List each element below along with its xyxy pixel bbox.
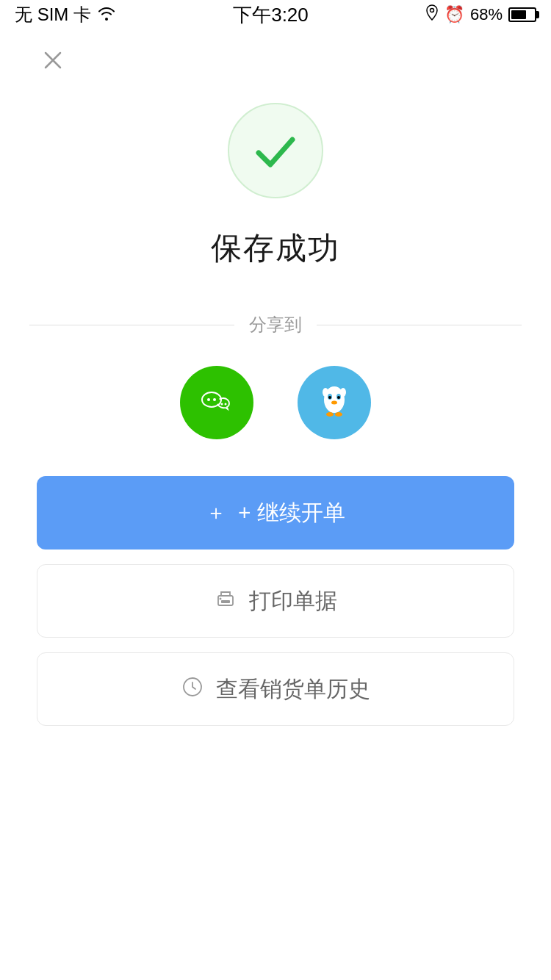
- qq-share-button[interactable]: [298, 366, 371, 439]
- close-button[interactable]: [37, 44, 69, 76]
- svg-point-0: [430, 9, 433, 12]
- location-icon: [425, 4, 439, 25]
- continue-label: + 继续开单: [238, 498, 345, 528]
- success-circle: [228, 103, 323, 198]
- svg-point-20: [220, 597, 222, 599]
- svg-point-5: [213, 398, 216, 401]
- status-right: ⏰ 68%: [425, 4, 536, 25]
- wifi-icon: [97, 4, 116, 25]
- print-label: 打印单据: [249, 586, 337, 616]
- svg-point-4: [207, 398, 210, 401]
- svg-point-15: [340, 388, 346, 397]
- status-left: 无 SIM 卡: [15, 3, 116, 26]
- share-label: 分享到: [249, 313, 302, 336]
- svg-rect-19: [221, 600, 230, 603]
- svg-point-17: [335, 412, 342, 417]
- battery-percentage: 68%: [470, 5, 503, 24]
- alarm-icon: ⏰: [444, 5, 464, 24]
- share-divider: 分享到: [29, 313, 522, 336]
- status-time: 下午3:20: [233, 2, 309, 28]
- svg-point-11: [328, 396, 331, 399]
- print-button[interactable]: 打印单据: [37, 564, 514, 638]
- success-title: 保存成功: [211, 228, 340, 269]
- actions-section: ＋ + 继续开单 打印单据 查看销货单历: [0, 476, 551, 726]
- svg-point-14: [323, 388, 328, 397]
- main-content: 保存成功 分享到: [0, 29, 551, 726]
- svg-point-6: [221, 403, 223, 406]
- wechat-share-button[interactable]: [180, 366, 253, 439]
- plus-icon: ＋: [206, 499, 226, 527]
- sim-status: 无 SIM 卡: [15, 3, 91, 26]
- svg-point-7: [225, 403, 227, 406]
- history-label: 查看销货单历史: [216, 674, 370, 705]
- battery-icon: [508, 7, 536, 22]
- qq-icon: [312, 381, 356, 425]
- status-bar: 无 SIM 卡 下午3:20 ⏰ 68%: [0, 0, 551, 29]
- continue-button[interactable]: ＋ + 继续开单: [37, 476, 514, 550]
- history-button[interactable]: 查看销货单历史: [37, 652, 514, 726]
- svg-point-13: [331, 401, 337, 405]
- wechat-icon: [196, 382, 237, 423]
- share-section: 分享到: [0, 313, 551, 439]
- svg-point-12: [337, 396, 340, 399]
- history-icon: [181, 675, 204, 704]
- share-icons: [29, 366, 522, 439]
- svg-point-16: [326, 412, 334, 417]
- checkmark-icon: [250, 125, 301, 176]
- print-icon: [214, 587, 237, 616]
